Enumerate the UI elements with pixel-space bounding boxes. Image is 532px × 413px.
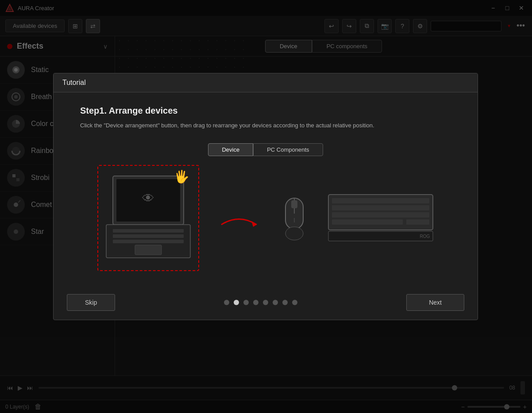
svg-rect-27 xyxy=(291,200,297,208)
tutorial-dot-2 xyxy=(234,300,239,305)
tutorial-header: Tutorial xyxy=(54,73,478,92)
tutorial-pc-components-tab[interactable]: PC Components xyxy=(253,143,323,156)
svg-rect-32 xyxy=(332,205,429,210)
svg-text:ROG: ROG xyxy=(420,234,430,239)
svg-point-29 xyxy=(285,227,303,240)
tutorial-device-tab[interactable]: Device xyxy=(208,143,253,156)
laptop-container: 🖐 👁 xyxy=(97,165,199,271)
keyboard-illustration: ROG xyxy=(328,191,434,245)
mouse-illustration xyxy=(279,194,310,242)
drag-cursor-icon: 🖐 xyxy=(174,169,189,184)
svg-rect-36 xyxy=(328,231,433,241)
tutorial-step-title: Step1. Arrange devices xyxy=(80,106,451,116)
svg-text:👁: 👁 xyxy=(142,191,154,205)
svg-rect-23 xyxy=(135,245,162,255)
tutorial-body: Step1. Arrange devices Click the "Device… xyxy=(54,92,478,289)
svg-rect-31 xyxy=(332,198,429,203)
tutorial-dot-8 xyxy=(292,300,297,305)
tutorial-dots xyxy=(224,300,297,305)
tutorial-tabs: Device PC Components xyxy=(80,143,451,156)
tutorial-dot-4 xyxy=(253,300,258,305)
tutorial-step-desc: Click the "Device arrangement" button, t… xyxy=(80,121,451,130)
laptop-illustration: 👁 xyxy=(104,172,193,264)
tutorial-modal: Tutorial Step1. Arrange devices Click th… xyxy=(53,73,478,320)
tutorial-dot-5 xyxy=(263,300,268,305)
svg-rect-33 xyxy=(332,212,429,218)
tutorial-dot-3 xyxy=(243,300,249,305)
tutorial-footer: Skip Next xyxy=(54,289,478,320)
svg-rect-22 xyxy=(113,240,184,243)
svg-rect-35 xyxy=(406,219,429,225)
tutorial-dot-1 xyxy=(224,300,229,305)
device-illustration: 🖐 👁 xyxy=(80,165,451,271)
skip-button[interactable]: Skip xyxy=(67,294,115,311)
svg-rect-21 xyxy=(113,234,184,238)
svg-rect-20 xyxy=(113,229,184,233)
tutorial-dot-7 xyxy=(282,300,288,305)
drag-arrow-icon xyxy=(217,211,261,238)
next-button[interactable]: Next xyxy=(406,294,464,311)
drag-arrow-area xyxy=(217,198,261,238)
tutorial-dot-6 xyxy=(273,300,278,305)
svg-rect-34 xyxy=(332,219,403,225)
